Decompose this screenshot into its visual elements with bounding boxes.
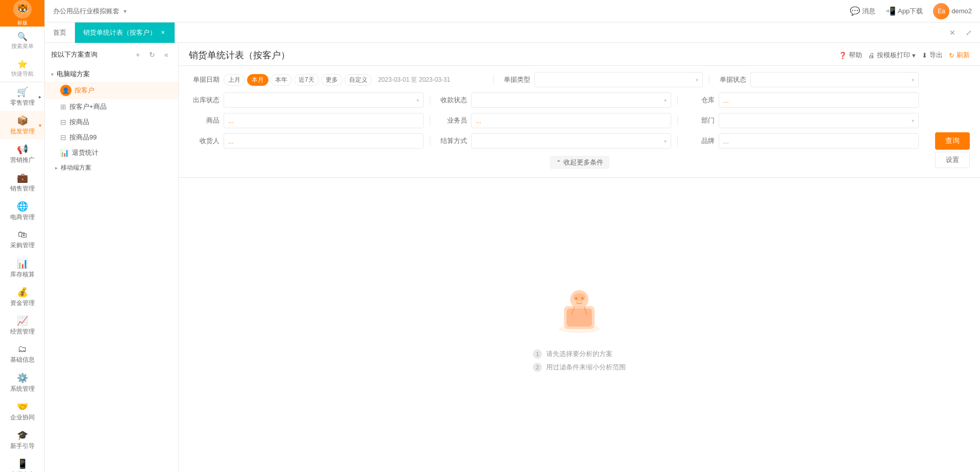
nav-label-newbie: 新手引导 (10, 442, 35, 451)
message-action[interactable]: 💬 消息 (850, 6, 875, 16)
nav-label-system: 系统管理 (10, 385, 35, 393)
tab-home[interactable]: 首页 (45, 22, 75, 43)
sidebar-item-inventory[interactable]: 📊 库存核算 (0, 254, 44, 282)
tree-item-by-customer-product[interactable]: ⊞ 按客户+商品 (45, 99, 178, 114)
sidebar-item-newbie[interactable]: 🎓 新手引导 (0, 426, 44, 454)
product-select[interactable]: ... (224, 113, 424, 128)
filter-date: 单据日期 上月 本月 本年 近7天 更多 自定义 2023-03-01 至 20… (189, 74, 487, 86)
receiver-value: ... (228, 137, 234, 145)
tree-item-by-customer[interactable]: 👤 按客户 (45, 82, 178, 99)
shortcut-nav[interactable]: ⭐ 快捷导航 (0, 54, 44, 82)
page-header: 销货单统计表（按客户） ❓ 帮助 🖨 按模板打印 ▾ ⬇ 导出 (179, 43, 980, 66)
add-plan-btn[interactable]: + (132, 49, 143, 60)
sidebar-item-system[interactable]: ⚙️ 系统管理 (0, 368, 44, 397)
tree-item-by-customer-label: 按客户 (75, 86, 94, 95)
filter-doc-status: 单据状态 ▾ (716, 72, 919, 87)
warehouse-select[interactable]: ... (719, 92, 919, 108)
export-label: 导出 (929, 51, 943, 60)
filter-payment-method: 结算方式 ▾ (436, 133, 671, 149)
pc-group-header[interactable]: ▾ 电脑端方案 (45, 66, 178, 82)
collapse-btn[interactable]: ⌃ 收起更多条件 (550, 156, 609, 169)
payment-method-select[interactable]: ▾ (471, 133, 671, 149)
nav-label-sales: 销售管理 (10, 184, 35, 193)
sidebar-item-base[interactable]: 🗂 基础信息 (0, 340, 44, 368)
divider4 (677, 95, 678, 105)
left-panel: 按以下方案查询 + ↻ « ▾ 电脑端方案 (45, 43, 179, 472)
settings-button[interactable]: 设置 (935, 152, 970, 168)
query-button[interactable]: 查询 (935, 132, 970, 150)
this-month-btn[interactable]: 本月 (247, 74, 268, 86)
sidebar-item-marketing[interactable]: 📢 营销推广 (0, 139, 44, 168)
print-btn[interactable]: 🖨 按模板打印 ▾ (868, 51, 916, 60)
sidebar-item-wholesale[interactable]: 📦 批发管理 ▾ (0, 111, 44, 139)
tree-item-return-stats[interactable]: 📊 退货统计 (45, 145, 178, 160)
customer-icon-text: 👤 (62, 87, 69, 94)
header-dropdown[interactable]: ▾ (124, 8, 127, 15)
brand-select[interactable]: ... (719, 133, 919, 149)
main-area: 办公用品行业模拟账套 ▾ 💬 消息 📲 App下载 Ea demo2 首页 (45, 0, 980, 472)
add-icon: + (136, 51, 140, 59)
search-menu[interactable]: 🔍 搜索菜单 (0, 27, 44, 54)
out-status-select[interactable]: ▾ (224, 92, 424, 108)
doc-type-select[interactable]: ▾ (534, 72, 703, 87)
left-panel-title: 按以下方案查询 (51, 50, 97, 59)
collapse-panel-btn[interactable]: « (161, 49, 172, 60)
tab-close-window[interactable]: ✕ (945, 26, 960, 40)
tree-item-return-label: 退货统计 (72, 148, 99, 157)
custom-btn[interactable]: 自定义 (345, 74, 372, 86)
tab-close-btn[interactable]: ✕ (159, 29, 166, 36)
salesperson-select[interactable]: ... (471, 113, 671, 128)
app-download-action[interactable]: 📲 App下载 (886, 6, 923, 16)
sidebar-item-apps[interactable]: 📱 应用中心 (0, 454, 44, 472)
sidebar-item-enterprise[interactable]: 🤝 企业协同 (0, 397, 44, 426)
enterprise-icon: 🤝 (17, 401, 28, 412)
salesperson-label: 业务员 (436, 116, 467, 125)
nav-label-marketing: 营销推广 (10, 156, 35, 164)
logo[interactable]: 🐯 标贩 (0, 0, 45, 27)
tree-item-by-product-99[interactable]: ⊟ 按商品99 (45, 130, 178, 145)
nav-menu: 🛒 零售管理 ▸ 📦 批发管理 ▾ 📢 营销推广 💼 销售管理 🌐 电商管理 🛍… (0, 82, 44, 472)
doc-status-select[interactable]: ▾ (750, 72, 919, 87)
empty-illustration (549, 278, 610, 339)
last-7-days-btn[interactable]: 近7天 (294, 74, 319, 86)
filter-doc-type: 单据类型 ▾ (500, 72, 703, 87)
collapse-icon: « (164, 51, 168, 59)
mobile-group-header[interactable]: ▸ 移动端方案 (45, 160, 178, 175)
sidebar-item-retail[interactable]: 🛒 零售管理 ▸ (0, 82, 44, 111)
payment-status-select[interactable]: ▾ (471, 92, 671, 108)
receiver-select[interactable]: ... (224, 133, 424, 149)
pc-group-label: 电脑端方案 (57, 69, 90, 79)
sidebar-item-operations[interactable]: 📈 经营管理 (0, 311, 44, 340)
tab-sales-report-label: 销货单统计表（按客户） (83, 28, 156, 37)
department-select[interactable]: ▾ (719, 113, 919, 128)
out-status-label: 出库状态 (189, 96, 219, 105)
refresh-plan-btn[interactable]: ↻ (146, 49, 158, 60)
mobile-group-label: 移动端方案 (61, 163, 91, 172)
logo-icon: 🐯 (13, 0, 32, 18)
refresh-btn[interactable]: ↻ 刷新 (949, 51, 970, 60)
svg-point-6 (581, 297, 584, 300)
this-year-btn[interactable]: 本年 (271, 74, 292, 86)
sidebar-item-ecommerce[interactable]: 🌐 电商管理 (0, 197, 44, 225)
print-label: 按模板打印 (877, 51, 910, 60)
tab-maximize[interactable]: ⤢ (962, 26, 976, 40)
sidebar-item-sales[interactable]: 💼 销售管理 (0, 168, 44, 197)
header-left: 办公用品行业模拟账套 ▾ (53, 7, 127, 16)
sidebar-item-purchase[interactable]: 🛍 采购管理 (0, 225, 44, 254)
apps-icon: 📱 (17, 458, 28, 469)
filter-row-1: 单据日期 上月 本月 本年 近7天 更多 自定义 2023-03-01 至 20… (189, 72, 970, 87)
payment-status-label: 收款状态 (436, 96, 467, 105)
tab-sales-report[interactable]: 销货单统计表（按客户） ✕ (75, 22, 175, 43)
finance-icon: 💰 (17, 287, 28, 298)
nav-label-operations: 经营管理 (10, 327, 35, 336)
tree-item-by-product[interactable]: ⊟ 按商品 (45, 114, 178, 130)
last-month-btn[interactable]: 上月 (224, 74, 245, 86)
help-btn[interactable]: ❓ 帮助 (839, 51, 862, 60)
retail-arrow: ▸ (39, 94, 41, 100)
export-btn[interactable]: ⬇ 导出 (922, 51, 943, 60)
user-profile[interactable]: Ea demo2 (933, 3, 972, 19)
empty-tip-1: 1 请先选择要分析的方案 (533, 349, 626, 359)
more-btn[interactable]: 更多 (321, 74, 342, 86)
sidebar-item-finance[interactable]: 💰 资金管理 (0, 282, 44, 311)
shortcut-label: 快捷导航 (11, 70, 34, 78)
